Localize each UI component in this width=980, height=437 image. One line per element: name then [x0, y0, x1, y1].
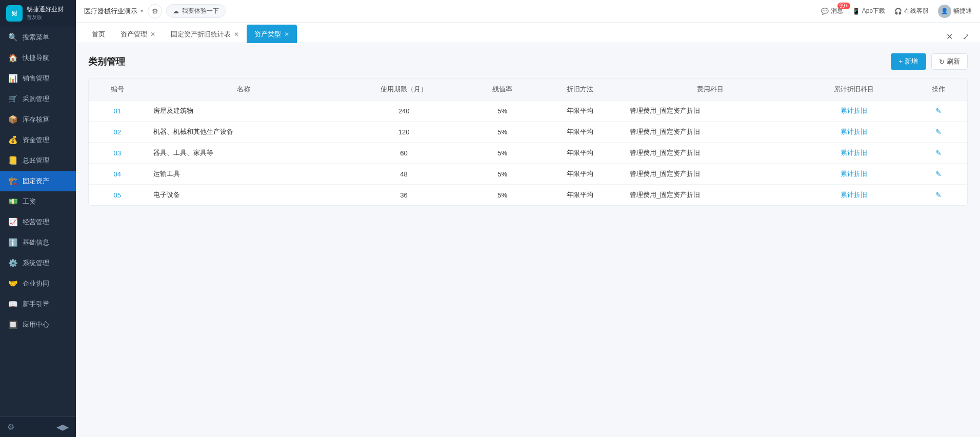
tab-label: 资产管理 [121, 30, 147, 39]
sidebar-item-label: 基础信息 [23, 238, 49, 247]
messages-button[interactable]: 💬 消息 99+ [821, 7, 843, 15]
sidebar-item-operations[interactable]: 📈 经营管理 [0, 212, 76, 232]
table-cell: 5% [467, 143, 537, 164]
table-cell: 年限平均 [538, 101, 623, 122]
quick-nav-icon: 🏠 [8, 53, 17, 63]
new-button[interactable]: + 新增 [891, 53, 926, 70]
table-cell: 03 [89, 143, 146, 164]
sidebar-item-sales[interactable]: 📊 销售管理 [0, 68, 76, 89]
user-menu[interactable]: 👤 畅捷通 [938, 5, 972, 18]
cloud-icon: ☁ [173, 8, 179, 15]
table-cell: 累计折旧 [797, 101, 910, 122]
sidebar-item-label: 搜索菜单 [23, 33, 49, 42]
payroll-icon: 💵 [8, 197, 17, 206]
inventory-icon: 📦 [8, 115, 17, 124]
table-cell: 累计折旧 [797, 185, 910, 206]
app-center-icon: 🔲 [8, 320, 17, 329]
logo-icon: 财 [6, 5, 23, 22]
edit-button[interactable]: ✎ [910, 122, 967, 143]
col-header: 编号 [89, 78, 146, 101]
table-row: 04运输工具485%年限平均管理费用_固定资产折旧累计折旧✎ [89, 164, 967, 185]
sidebar-item-funds[interactable]: 💰 资金管理 [0, 130, 76, 150]
search-icon: 🔍 [8, 33, 17, 42]
sidebar-item-basic-info[interactable]: ℹ️ 基础信息 [0, 232, 76, 253]
sidebar-bottom: ⚙ ◀▶ [0, 416, 76, 437]
page-content: 类别管理 + 新增 ↻ 刷新 编号名称使用期限（月）残值率折旧方法费用科目累计折… [76, 43, 980, 437]
table-cell: 01 [89, 101, 146, 122]
sidebar-item-label: 工资 [23, 197, 36, 206]
table-cell: 年限平均 [538, 143, 623, 164]
topbar: 医疗器械行业演示 ▾ ⚙ ☁ 我要体验一下 💬 消息 99+ 📱 App下载 🎧… [76, 0, 980, 23]
tab-close-icon[interactable]: ✕ [234, 31, 239, 38]
category-table: 编号名称使用期限（月）残值率折旧方法费用科目累计折旧科目操作 01房屋及建筑物2… [88, 78, 968, 206]
sidebar: 财 畅捷通好业财 普及版 🔍 搜索菜单 🏠 快捷导航 📊 销售管理 🛒 采购管理… [0, 0, 76, 437]
avatar: 👤 [938, 5, 951, 18]
table-header-row: 编号名称使用期限（月）残值率折旧方法费用科目累计折旧科目操作 [89, 78, 967, 101]
sidebar-item-fixed-assets[interactable]: 🏗️ 固定资产 [0, 171, 76, 191]
table-cell: 管理费用_固定资产折旧 [623, 164, 797, 185]
sidebar-item-quick-nav[interactable]: 🏠 快捷导航 [0, 48, 76, 68]
sidebar-item-search[interactable]: 🔍 搜索菜单 [0, 27, 76, 48]
sidebar-item-inventory[interactable]: 📦 库存核算 [0, 109, 76, 130]
customer-service-button[interactable]: 🎧 在线客服 [894, 7, 929, 15]
settings-icon[interactable]: ⚙ [7, 422, 14, 432]
table-cell: 管理费用_固定资产折旧 [623, 185, 797, 206]
sidebar-item-enterprise[interactable]: 🤝 企业协同 [0, 273, 76, 294]
col-header: 名称 [146, 78, 341, 101]
sidebar-item-label: 系统管理 [23, 259, 49, 268]
edit-button[interactable]: ✎ [910, 164, 967, 185]
experience-button[interactable]: ☁ 我要体验一下 [166, 4, 226, 18]
company-selector[interactable]: 医疗器械行业演示 ▾ [84, 7, 144, 16]
company-name: 医疗器械行业演示 [84, 7, 137, 16]
refresh-button[interactable]: ↻ 刷新 [931, 53, 968, 70]
tab-close-icon[interactable]: ✕ [284, 31, 289, 38]
main-area: 医疗器械行业演示 ▾ ⚙ ☁ 我要体验一下 💬 消息 99+ 📱 App下载 🎧… [76, 0, 980, 437]
data-table: 编号名称使用期限（月）残值率折旧方法费用科目累计折旧科目操作 01房屋及建筑物2… [89, 78, 967, 205]
tab-fixed-asset-table[interactable]: 固定资产折旧统计表✕ [163, 25, 247, 43]
table-cell: 房屋及建筑物 [146, 101, 341, 122]
edit-button[interactable]: ✎ [910, 185, 967, 206]
table-cell: 机器、机械和其他生产设备 [146, 122, 341, 143]
tab-label: 资产类型 [254, 30, 281, 39]
chevron-down-icon: ▾ [141, 8, 144, 14]
col-header: 操作 [910, 78, 967, 101]
sidebar-item-label: 应用中心 [23, 320, 49, 329]
table-body: 01房屋及建筑物2405%年限平均管理费用_固定资产折旧累计折旧✎02机器、机械… [89, 101, 967, 206]
sidebar-item-label: 快捷导航 [23, 53, 49, 63]
sidebar-item-label: 企业协同 [23, 279, 49, 288]
table-cell: 年限平均 [538, 185, 623, 206]
tab-asset-type[interactable]: 资产类型✕ [247, 25, 297, 43]
sidebar-item-ledger[interactable]: 📒 总账管理 [0, 150, 76, 171]
collapse-icon[interactable]: ◀▶ [56, 422, 69, 432]
sidebar-item-purchase[interactable]: 🛒 采购管理 [0, 89, 76, 109]
company-settings-icon[interactable]: ⚙ [148, 4, 162, 18]
table-cell: 36 [341, 185, 467, 206]
table-cell: 5% [467, 185, 537, 206]
sidebar-item-label: 库存核算 [23, 115, 49, 124]
table-cell: 04 [89, 164, 146, 185]
sidebar-item-guide[interactable]: 📖 新手引导 [0, 294, 76, 314]
table-cell: 48 [341, 164, 467, 185]
maximize-button[interactable]: ⤢ [959, 30, 972, 43]
ledger-icon: 📒 [8, 156, 17, 165]
sidebar-item-app-center[interactable]: 🔲 应用中心 [0, 314, 76, 335]
sidebar-item-system[interactable]: ⚙️ 系统管理 [0, 253, 76, 273]
logo-sub: 普及版 [27, 14, 64, 21]
sidebar-item-payroll[interactable]: 💵 工资 [0, 191, 76, 212]
sidebar-nav: 🔍 搜索菜单 🏠 快捷导航 📊 销售管理 🛒 采购管理 📦 库存核算 💰 资金管… [0, 27, 76, 416]
fixed-assets-icon: 🏗️ [8, 176, 17, 186]
table-cell: 05 [89, 185, 146, 206]
edit-button[interactable]: ✎ [910, 143, 967, 164]
tab-close-icon[interactable]: ✕ [150, 31, 155, 38]
tab-home[interactable]: 首页 [84, 25, 113, 43]
tab-asset-mgmt[interactable]: 资产管理✕ [113, 25, 163, 43]
table-row: 05电子设备365%年限平均管理费用_固定资产折旧累计折旧✎ [89, 185, 967, 206]
tab-label: 首页 [92, 30, 105, 39]
table-cell: 累计折旧 [797, 122, 910, 143]
sales-icon: 📊 [8, 74, 17, 83]
table-cell: 累计折旧 [797, 143, 910, 164]
edit-button[interactable]: ✎ [910, 101, 967, 122]
table-cell: 电子设备 [146, 185, 341, 206]
close-tab-button[interactable]: ✕ [943, 30, 955, 43]
app-download-button[interactable]: 📱 App下载 [852, 7, 885, 15]
